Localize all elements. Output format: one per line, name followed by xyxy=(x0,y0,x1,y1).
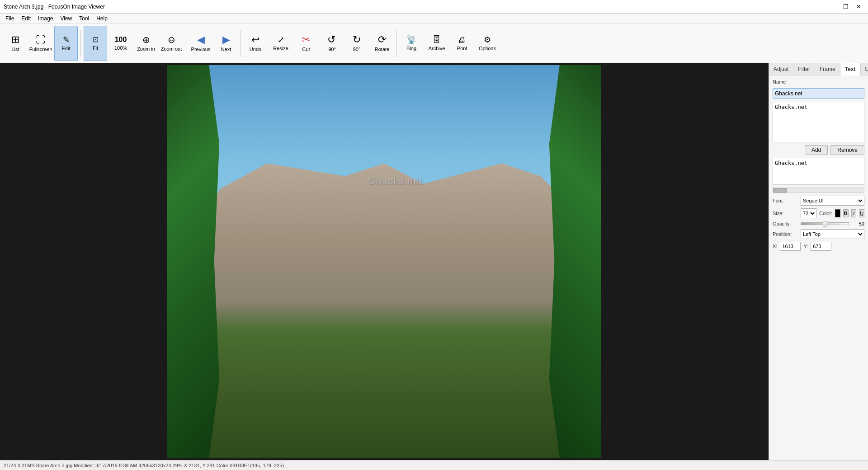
bold-button[interactable]: B xyxy=(843,209,849,217)
fit-label: Fit xyxy=(93,45,98,51)
minimize-button[interactable]: — xyxy=(827,2,839,12)
zoom-out-button[interactable]: ⊖ Zoom out xyxy=(160,26,183,61)
previous-button[interactable]: ◀ Previous xyxy=(189,26,212,61)
toolbar: ⊞ List ⛶ Fullscreen ✎ Edit ⊡ Fit 100 100… xyxy=(0,24,868,63)
zoom-100-button[interactable]: 100 100% xyxy=(109,26,132,61)
separator-1 xyxy=(80,30,81,57)
archive-label: Archive xyxy=(429,46,445,51)
archive-button[interactable]: 🗄 Archive xyxy=(425,26,448,61)
menu-view[interactable]: View xyxy=(57,14,75,23)
image-canvas[interactable]: Ghacks.net xyxy=(0,63,769,460)
opacity-value: 50 xyxy=(852,221,864,226)
next-button[interactable]: ▶ Next xyxy=(214,26,238,61)
print-label: Print xyxy=(457,46,467,51)
fullscreen-button[interactable]: ⛶ Fullscreen xyxy=(29,26,52,61)
rotate-icon: ⟳ xyxy=(378,35,386,45)
zoom-out-icon: ⊖ xyxy=(168,35,175,44)
green-bar-right xyxy=(549,65,601,458)
rotate-label: Rotate xyxy=(375,47,389,52)
opacity-thumb[interactable] xyxy=(823,221,827,227)
rotate-button[interactable]: ⟳ Rotate xyxy=(370,26,394,61)
font-select[interactable]: Segoe UI Arial Times New Roman xyxy=(801,196,864,206)
cut-label: Cut xyxy=(302,47,310,52)
list-label: List xyxy=(11,47,19,52)
resize-icon: ⤢ xyxy=(278,36,284,44)
cut-icon: ✂ xyxy=(302,35,310,45)
zoom-out-label: Zoom out xyxy=(161,46,182,52)
zoom-in-label: Zoom in xyxy=(137,46,155,52)
size-select[interactable]: 72 48 36 24 xyxy=(801,208,816,218)
underline-button[interactable]: U xyxy=(859,209,864,217)
menu-tool[interactable]: Tool xyxy=(75,14,93,23)
zoom-in-icon: ⊕ xyxy=(142,35,150,44)
tab-text[interactable]: Text xyxy=(840,63,861,75)
menu-bar: File Edit Image View Tool Help xyxy=(0,14,868,24)
previous-label: Previous xyxy=(191,47,211,52)
edit-button[interactable]: ✎ Edit xyxy=(54,26,78,61)
cut-button[interactable]: ✂ Cut xyxy=(294,26,318,61)
size-label: Size: xyxy=(773,211,798,216)
name-field-label: Name xyxy=(773,79,864,85)
restore-button[interactable]: ❐ xyxy=(840,2,852,12)
menu-edit[interactable]: Edit xyxy=(18,14,34,23)
name-input[interactable] xyxy=(773,88,864,99)
fit-button[interactable]: ⊡ Fit xyxy=(84,26,107,61)
tab-frame[interactable]: Frame xyxy=(815,63,840,75)
opacity-slider[interactable] xyxy=(801,222,849,225)
blog-label: Blog xyxy=(406,46,416,51)
position-select[interactable]: Left Top Center Top Right Top Left Cente… xyxy=(801,229,864,239)
rotate-left-icon: ↺ xyxy=(327,35,335,45)
title-bar: Stone Arch 3.jpg - FocusOn Image Viewer … xyxy=(0,0,868,14)
y-input[interactable] xyxy=(811,242,831,251)
remove-button[interactable]: Remove xyxy=(830,145,864,155)
rotate-left-button[interactable]: ↺ -90° xyxy=(320,26,343,61)
options-button[interactable]: ⚙ Options xyxy=(476,26,499,61)
text-area-bottom[interactable]: Ghacks.net xyxy=(773,158,864,185)
position-label: Position: xyxy=(773,231,798,237)
close-button[interactable]: ✕ xyxy=(853,2,864,12)
menu-help[interactable]: Help xyxy=(93,14,111,23)
text-area-hscrollbar[interactable] xyxy=(773,188,864,193)
position-row: Position: Left Top Center Top Right Top … xyxy=(773,229,864,239)
window-controls: — ❐ ✕ xyxy=(827,2,864,12)
list-button[interactable]: ⊞ List xyxy=(4,26,27,61)
resize-button[interactable]: ⤢ Resize xyxy=(269,26,292,61)
blog-button[interactable]: 📡 Blog xyxy=(400,26,423,61)
tab-filter[interactable]: Filter xyxy=(793,63,815,75)
panel-tabs: Adjust Filter Frame Text EXIF xyxy=(769,63,868,75)
undo-button[interactable]: ↩ Undo xyxy=(244,26,267,61)
green-bar-left xyxy=(167,65,219,458)
coord-row: X: Y: xyxy=(773,242,864,251)
zoom-in-button[interactable]: ⊕ Zoom in xyxy=(134,26,158,61)
color-label: Color: xyxy=(819,211,832,216)
separator-4 xyxy=(396,30,397,57)
font-row: Font: Segoe UI Arial Times New Roman xyxy=(773,196,864,206)
x-input[interactable] xyxy=(780,242,801,251)
menu-file[interactable]: File xyxy=(2,14,18,23)
opacity-label: Opacity: xyxy=(773,221,798,226)
italic-button[interactable]: I xyxy=(851,209,857,217)
tab-adjust[interactable]: Adjust xyxy=(769,63,793,75)
next-icon: ▶ xyxy=(222,35,230,45)
tab-exif[interactable]: EXIF xyxy=(861,63,868,75)
text-area-top[interactable] xyxy=(773,102,864,142)
color-swatch[interactable] xyxy=(835,209,840,217)
right-panel: Adjust Filter Frame Text EXIF Name Add R… xyxy=(769,63,868,460)
separator-2 xyxy=(186,30,186,57)
add-button[interactable]: Add xyxy=(805,145,828,155)
main-area: Ghacks.net Adjust Filter Frame Text EXIF… xyxy=(0,63,868,460)
rotate-right-icon: ↻ xyxy=(353,35,361,45)
previous-icon: ◀ xyxy=(197,35,205,45)
menu-image[interactable]: Image xyxy=(34,14,57,23)
window-title: Stone Arch 3.jpg - FocusOn Image Viewer xyxy=(4,4,105,10)
rotate-right-button[interactable]: ↻ 90° xyxy=(345,26,368,61)
print-button[interactable]: 🖨 Print xyxy=(450,26,474,61)
blog-icon: 📡 xyxy=(406,36,416,44)
zoom-100-label: 100% xyxy=(114,45,127,51)
watermark-text: Ghacks.net xyxy=(368,175,423,187)
size-color-row: Size: 72 48 36 24 Color: B I U xyxy=(773,208,864,218)
next-label: Next xyxy=(221,47,231,52)
undo-label: Undo xyxy=(250,47,261,52)
hscrollbar-thumb[interactable] xyxy=(773,188,787,193)
edit-label: Edit xyxy=(62,46,71,51)
